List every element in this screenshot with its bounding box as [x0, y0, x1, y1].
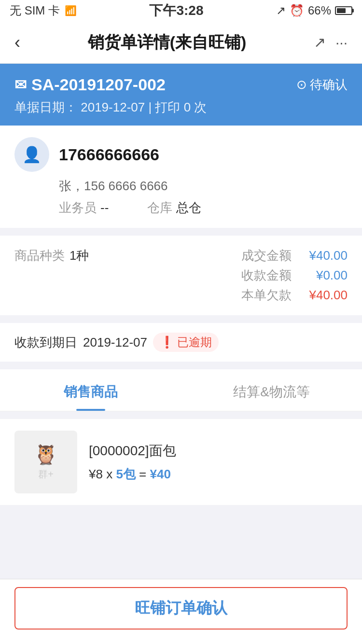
product-section: 🦉 群+ [0000002]面包 ¥8 x 5包 = ¥40: [0, 419, 362, 505]
amount-row: 成交金额 ¥40.00: [241, 247, 348, 264]
more-icon[interactable]: ···: [335, 34, 348, 51]
salesperson-label: 业务员: [59, 199, 97, 216]
warehouse-label: 仓库: [147, 199, 172, 216]
received-value: ¥0.00: [299, 268, 348, 283]
order-header-card: ✉ SA-20191207-002 ⊙ 待确认 单据日期： 2019-12-07…: [0, 64, 362, 126]
product-type-label: 商品种类: [14, 247, 65, 264]
product-type-value: 1种: [70, 247, 89, 264]
order-meta: 单据日期： 2019-12-07 | 打印 0 次: [14, 99, 348, 116]
multiply-sign: x: [106, 467, 116, 481]
nav-right: ↗ ···: [314, 34, 348, 51]
warehouse-value: 总仓: [176, 199, 201, 216]
carrier-label: 无 SIM 卡: [10, 3, 60, 18]
battery-icon: [335, 6, 352, 15]
status-text: 待确认: [310, 76, 348, 93]
bottom-bar: 旺铺订单确认: [0, 579, 362, 644]
print-info: | 打印 0 次: [148, 100, 207, 114]
product-qty: 5包: [116, 467, 135, 481]
summary-section: 商品种类 1种 成交金额 ¥40.00 收款金额 ¥0.00 本单欠款 ¥40.…: [0, 236, 362, 315]
status-bar: 无 SIM 卡 📶 下午3:28 ↗ ⏰ 66%: [0, 0, 362, 21]
equals-sign: =: [139, 467, 150, 481]
overdue-badge: ❗ 已逾期: [153, 333, 219, 352]
owed-value: ¥40.00: [299, 288, 348, 303]
header-top: ✉ SA-20191207-002 ⊙ 待确认: [14, 75, 348, 94]
order-id: ✉ SA-20191207-002: [14, 75, 166, 94]
amount-value: ¥40.00: [299, 248, 348, 263]
date-label: 单据日期：: [14, 100, 77, 114]
salesperson-value: --: [100, 200, 109, 215]
owed-label: 本单欠款: [241, 287, 292, 304]
avatar: 👤: [14, 137, 49, 172]
owed-row: 本单欠款 ¥40.00: [241, 287, 348, 304]
customer-phone: 17666666666: [59, 145, 159, 164]
status-right: ↗ ⏰ 66%: [276, 4, 352, 17]
product-name: [0000002]面包: [89, 442, 348, 460]
customer-fields: 业务员 -- 仓库 总仓: [14, 199, 348, 216]
nav-left: ‹: [14, 32, 20, 53]
wifi-icon: 📶: [65, 5, 77, 16]
order-id-text: SA-20191207-002: [31, 75, 166, 94]
export-icon[interactable]: ↗: [314, 34, 326, 51]
received-label: 收款金额: [241, 267, 292, 284]
order-date: 2019-12-07: [81, 100, 145, 114]
status-badge: ⊙ 待确认: [296, 76, 348, 93]
battery-label: 66%: [308, 4, 331, 17]
overdue-text: 已逾期: [177, 335, 212, 350]
due-label: 收款到期日: [14, 334, 77, 351]
product-price: ¥8 x 5包 = ¥40: [89, 466, 348, 483]
amount-label: 成交金额: [241, 247, 292, 264]
time-label: 下午3:28: [149, 1, 203, 20]
alarm-icon: ⏰: [290, 4, 304, 17]
brand-text: 群+: [38, 468, 54, 481]
tab-settlement[interactable]: 结算&物流等: [181, 369, 362, 411]
nav-bar: ‹ 销货单详情(来自旺铺) ↗ ···: [0, 21, 362, 64]
tabs-section: 销售商品 结算&物流等: [0, 369, 362, 411]
received-row: 收款金额 ¥0.00: [241, 267, 348, 284]
page-title: 销货单详情(来自旺铺): [88, 31, 247, 54]
status-left: 无 SIM 卡 📶: [10, 3, 77, 18]
status-clock-icon: ⊙: [296, 77, 307, 92]
due-section: 收款到期日 2019-12-07 ❗ 已逾期: [0, 323, 362, 362]
customer-top: 👤 17666666666: [14, 137, 348, 172]
product-info: [0000002]面包 ¥8 x 5包 = ¥40: [89, 442, 348, 483]
back-button[interactable]: ‹: [14, 32, 20, 53]
customer-name-phone: 张，156 6666 6666: [14, 178, 348, 195]
confirm-button[interactable]: 旺铺订单确认: [14, 587, 348, 630]
location-icon: ↗: [276, 4, 286, 17]
product-unit-price: ¥8: [89, 467, 103, 481]
summary-right: 成交金额 ¥40.00 收款金额 ¥0.00 本单欠款 ¥40.00: [241, 247, 348, 304]
overdue-icon: ❗: [160, 336, 174, 349]
product-total: ¥40: [150, 467, 171, 481]
order-icon: ✉: [14, 76, 27, 93]
avatar-icon: 👤: [22, 145, 42, 164]
customer-section: 👤 17666666666 张，156 6666 6666 业务员 -- 仓库 …: [0, 126, 362, 228]
due-date: 2019-12-07: [83, 335, 147, 350]
summary-left: 商品种类 1种: [14, 247, 241, 264]
product-thumb-owl: 🦉: [34, 443, 58, 466]
product-thumbnail: 🦉 群+: [14, 431, 77, 493]
tab-sales[interactable]: 销售商品: [0, 369, 181, 411]
